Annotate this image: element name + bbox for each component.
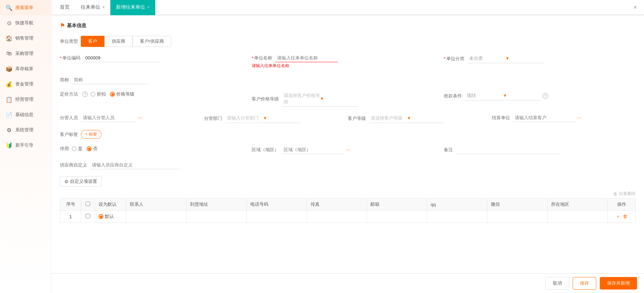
col-region-header: 所在地区 bbox=[548, 198, 608, 211]
sidebar-item-inventory[interactable]: 📦 库存核算 bbox=[0, 61, 51, 76]
sidebar-item-purchase[interactable]: 🛍 采购管理 bbox=[0, 46, 51, 61]
pricing-discount-option[interactable]: 折扣 bbox=[91, 91, 106, 97]
section-title-basic: ⚑ 基本信息 bbox=[60, 22, 636, 29]
customer-level-select[interactable]: 请选择客户等级 ▼ bbox=[369, 114, 445, 123]
col-contact-header: 联系人 bbox=[126, 198, 187, 211]
flag-icon: ⚑ bbox=[60, 22, 65, 29]
sidebar-item-search[interactable]: 🔍 搜索菜单 bbox=[0, 0, 51, 15]
region-input[interactable] bbox=[282, 146, 344, 154]
sidebar-item-guide[interactable]: 🔰 新手引导 bbox=[0, 138, 51, 153]
row-address-input[interactable] bbox=[190, 214, 243, 219]
sidebar-item-sales[interactable]: 🏠 销售管理 bbox=[0, 31, 51, 46]
settlement-label: 结算单位 bbox=[492, 115, 510, 121]
row-fax-input[interactable] bbox=[311, 214, 363, 219]
customer-price-select[interactable]: 请选择客户价格等级 ▼ bbox=[282, 91, 358, 107]
sidebar-item-operations[interactable]: 📋 经营管理 bbox=[0, 92, 51, 107]
pricing-grade-radio[interactable] bbox=[110, 92, 115, 97]
default-radio[interactable] bbox=[99, 214, 103, 219]
close-all-tabs[interactable]: × bbox=[629, 4, 641, 11]
row-address bbox=[186, 211, 246, 223]
short-name-input[interactable] bbox=[72, 76, 148, 84]
unit-category-select[interactable]: 未分类 ▼ bbox=[467, 54, 544, 63]
col-check-header bbox=[81, 198, 95, 211]
row-email-input[interactable] bbox=[370, 214, 423, 219]
sidebar-label-operations: 经营管理 bbox=[15, 96, 33, 103]
region-more-icon[interactable]: ··· bbox=[344, 147, 352, 153]
pricing-grade-option[interactable]: 价格等级 bbox=[110, 91, 134, 97]
tab-counterpart-close[interactable]: × bbox=[102, 5, 105, 10]
sidebar-item-finance[interactable]: 💰 资金管理 bbox=[0, 76, 51, 92]
row-delete-icon[interactable]: 🗑 bbox=[623, 214, 627, 219]
payment-select[interactable]: 现结 ▼ bbox=[465, 91, 541, 100]
department-placeholder: 请输入分管部门 bbox=[227, 115, 263, 121]
tab-counterpart[interactable]: 往来单位 × bbox=[75, 0, 110, 15]
tab-new-counterpart-close[interactable]: × bbox=[147, 5, 150, 10]
manager-input[interactable] bbox=[81, 114, 136, 122]
customer-level-field: 客户等级 请选择客户等级 ▼ bbox=[348, 114, 492, 123]
sales-icon: 🏠 bbox=[6, 35, 13, 42]
settlement-more-icon[interactable]: ··· bbox=[575, 115, 583, 121]
unit-code-input[interactable] bbox=[83, 54, 160, 62]
customer-level-placeholder: 请选择客户等级 bbox=[371, 115, 407, 121]
section-title-text: 基本信息 bbox=[67, 23, 86, 29]
col-default-header: 设为默认 bbox=[95, 198, 126, 211]
pricing-radio-group: 折扣 价格等级 bbox=[91, 91, 134, 97]
row-region-input[interactable] bbox=[551, 214, 604, 219]
save-new-button[interactable]: 保存并新增 bbox=[600, 277, 637, 290]
col-seq-header: 序号 bbox=[60, 198, 81, 211]
remark-input[interactable] bbox=[456, 146, 560, 154]
disable-no-option[interactable]: 否 bbox=[87, 146, 97, 152]
row-region bbox=[548, 211, 608, 223]
disable-radio-group: 是 否 bbox=[72, 146, 97, 152]
sidebar-label-inventory: 库存核算 bbox=[15, 66, 33, 72]
department-select[interactable]: 请输入分管部门 ▼ bbox=[225, 114, 301, 123]
supplier-custom-input[interactable] bbox=[90, 161, 180, 169]
row-checkbox[interactable] bbox=[86, 214, 90, 218]
pricing-discount-radio[interactable] bbox=[91, 92, 95, 97]
footer-bar: 取消 保存 保存并新增 bbox=[52, 273, 644, 293]
select-all-checkbox[interactable] bbox=[86, 202, 90, 206]
sidebar-label-purchase: 采购管理 bbox=[15, 50, 33, 57]
base-info-icon: 📄 bbox=[6, 111, 13, 118]
default-radio-item[interactable]: 默认 bbox=[99, 213, 123, 220]
custom-setting-button[interactable]: ⚙ 自定义项设置 bbox=[60, 176, 102, 187]
disable-no-radio[interactable] bbox=[87, 146, 92, 151]
disable-yes-radio[interactable] bbox=[72, 146, 77, 151]
customer-level-chevron: ▼ bbox=[407, 116, 443, 121]
form-area: ⚑ 基本信息 单位类型 客户 供应商 客户/供应商 * 单位编码 bbox=[52, 15, 644, 273]
short-name-label: 简称 bbox=[60, 77, 69, 83]
add-tag-button[interactable]: + 标签 bbox=[81, 130, 102, 139]
tab-home[interactable]: 首页 bbox=[54, 0, 75, 15]
batch-delete-row[interactable]: 🗑 批量删除 bbox=[60, 191, 636, 197]
row-phone bbox=[246, 211, 307, 223]
payment-help-icon[interactable]: ? bbox=[543, 93, 548, 99]
row-qq-input[interactable] bbox=[431, 214, 484, 219]
customer-price-label: 客户价格等级 bbox=[252, 96, 279, 102]
sidebar-item-quick-nav[interactable]: ⊙ 快捷导航 bbox=[0, 15, 51, 31]
unit-type-customer[interactable]: 客户 bbox=[81, 36, 104, 47]
settlement-input[interactable] bbox=[513, 114, 575, 122]
disable-yes-option[interactable]: 是 bbox=[72, 146, 83, 152]
row-contact-input[interactable] bbox=[130, 214, 183, 219]
unit-type-both[interactable]: 客户/供应商 bbox=[133, 36, 171, 47]
unit-name-input[interactable] bbox=[275, 54, 338, 62]
search-icon: 🔍 bbox=[6, 4, 13, 11]
payment-chevron: ▼ bbox=[503, 93, 539, 98]
pricing-help-icon[interactable]: ? bbox=[82, 91, 88, 97]
sidebar: 🔍 搜索菜单 ⊙ 快捷导航 🏠 销售管理 🛍 采购管理 📦 库存核算 💰 资金管… bbox=[0, 0, 52, 293]
sidebar-item-base-info[interactable]: 📄 基础信息 bbox=[0, 107, 51, 122]
sidebar-item-system[interactable]: ⚙ 系统管理 bbox=[0, 122, 51, 138]
col-wechat-header: 微信 bbox=[487, 198, 548, 211]
row-action: ＋ 🗑 bbox=[608, 211, 636, 223]
row-add-icon[interactable]: ＋ bbox=[616, 214, 620, 219]
cancel-button[interactable]: 取消 bbox=[545, 277, 569, 290]
manager-more-icon[interactable]: ··· bbox=[136, 115, 144, 121]
tab-new-counterpart[interactable]: 新增往来单位 × bbox=[110, 0, 155, 15]
unit-type-supplier[interactable]: 供应商 bbox=[104, 36, 133, 47]
save-button[interactable]: 保存 bbox=[573, 277, 596, 290]
unit-code-label: 单位编码 bbox=[62, 55, 80, 61]
sidebar-label-system: 系统管理 bbox=[15, 127, 33, 133]
row-phone-input[interactable] bbox=[250, 214, 303, 219]
tabs-bar: 首页 往来单位 × 新增往来单位 × × bbox=[52, 0, 644, 15]
row-wechat-input[interactable] bbox=[491, 214, 544, 219]
